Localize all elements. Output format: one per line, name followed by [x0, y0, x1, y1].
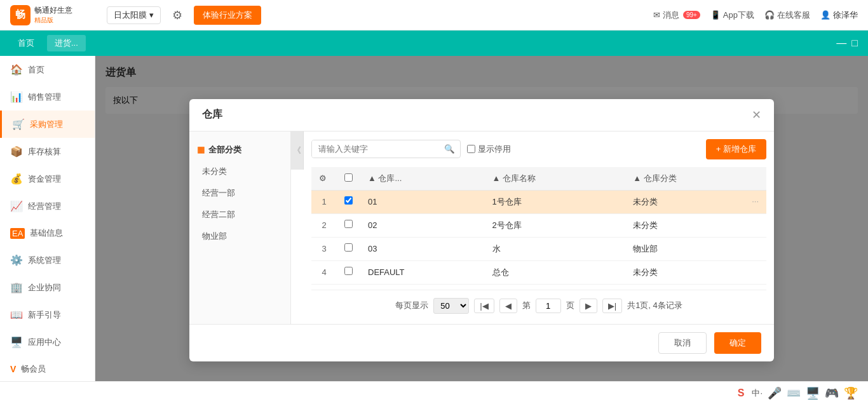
- table-row[interactable]: 2 02 2号仓库 未分类: [311, 213, 766, 237]
- dialog-category-sidebar: ▦ 全部分类 未分类 经营一部 经营二部 物业部: [189, 131, 291, 324]
- col-name: ▲ 仓库名称: [485, 167, 626, 191]
- tab-home[interactable]: 首页: [10, 35, 42, 51]
- settings-icon[interactable]: ⚙: [168, 6, 186, 24]
- monitor-icon[interactable]: 🖥️: [806, 386, 820, 400]
- online-service-button[interactable]: 🎧 在线客服: [764, 10, 810, 21]
- sidebar-item-guide[interactable]: 📖 新手引导: [0, 301, 95, 328]
- finance-icon: 💰: [10, 173, 23, 185]
- col-category: ▲ 仓库分类: [625, 167, 766, 191]
- first-page-button[interactable]: |◀: [474, 299, 494, 313]
- category-header[interactable]: ▦ 全部分类: [189, 139, 290, 161]
- app-download-button[interactable]: 📱 App下载: [710, 10, 754, 21]
- messages-badge: 99+: [683, 11, 700, 19]
- dialog-close-button[interactable]: ✕: [752, 108, 761, 122]
- sidebar-item-sales[interactable]: 📊 销售管理: [0, 83, 95, 111]
- table-row[interactable]: 4 DEFAULT 总仓 未分类: [311, 260, 766, 284]
- search-button[interactable]: 🔍: [439, 140, 460, 158]
- vip-icon: V: [10, 364, 16, 374]
- row-category: 未分类: [625, 213, 766, 237]
- col-settings: ⚙: [311, 167, 337, 191]
- cancel-button[interactable]: 取消: [658, 332, 707, 354]
- dialog-header: 仓库 ✕: [189, 99, 774, 131]
- sidebar-item-basicinfo[interactable]: EA 基础信息: [0, 220, 95, 246]
- row-code: DEFAULT: [360, 260, 485, 284]
- warehouse-dialog: 仓库 ✕ ▦ 全部分类 未分类 经营一部 经营二部 物业部: [189, 99, 774, 361]
- sub-header: 首页 进货... — □: [0, 30, 868, 56]
- store-selector[interactable]: 日太阳膜 ▾: [107, 6, 161, 24]
- row-category: 物业部: [625, 237, 766, 260]
- user-profile[interactable]: 👤 徐泽华: [820, 10, 858, 21]
- main-content: 进货单 按以下 仓库 ✕ ▦ 全部分类: [95, 56, 868, 404]
- confirm-button[interactable]: 确定: [714, 332, 761, 354]
- inventory-icon: 📦: [10, 145, 23, 158]
- select-all-checkbox[interactable]: [344, 173, 353, 182]
- sidebar-item-system[interactable]: ⚙️ 系统管理: [0, 246, 95, 274]
- new-warehouse-button[interactable]: + 新增仓库: [706, 139, 766, 159]
- sidebar-item-inventory[interactable]: 📦 库存核算: [0, 138, 95, 165]
- table-row[interactable]: 1 01 1号仓库 未分类···: [311, 190, 766, 213]
- trophy-icon[interactable]: 🏆: [844, 386, 858, 400]
- row-index: 2: [311, 213, 337, 237]
- minimize-icon[interactable]: —: [836, 37, 846, 49]
- last-page-button[interactable]: ▶|: [602, 299, 622, 313]
- controller-icon[interactable]: 🎮: [825, 386, 839, 400]
- row-checkbox[interactable]: [344, 243, 353, 252]
- purchase-icon: 🛒: [12, 118, 25, 130]
- messages-button[interactable]: ✉ 消息 99+: [653, 10, 700, 21]
- row-name: 总仓: [485, 260, 626, 284]
- sidebar-item-vip[interactable]: V 畅会员: [0, 356, 95, 382]
- keyboard-icon[interactable]: ⌨️: [787, 386, 801, 400]
- logo-icon: 畅: [10, 5, 31, 25]
- sidebar-item-appcenter[interactable]: 🖥️ 应用中心: [0, 328, 95, 356]
- row-checkbox-cell[interactable]: [337, 261, 360, 281]
- sidebar-item-enterprise[interactable]: 🏢 企业协同: [0, 274, 95, 301]
- row-checkbox-cell[interactable]: [337, 191, 360, 210]
- row-checkbox[interactable]: [344, 267, 353, 275]
- header-right: ✉ 消息 99+ 📱 App下载 🎧 在线客服 👤 徐泽华: [653, 10, 858, 21]
- row-checkbox[interactable]: [344, 220, 353, 228]
- tab-purchase[interactable]: 进货...: [47, 35, 86, 51]
- operations-icon: 📈: [10, 200, 23, 212]
- show-disabled-checkbox[interactable]: [467, 145, 475, 153]
- row-index: 4: [311, 260, 337, 284]
- dialog-footer: 取消 确定: [189, 324, 774, 361]
- next-page-button[interactable]: ▶: [580, 299, 597, 313]
- category-item-unclassified[interactable]: 未分类: [189, 161, 290, 182]
- search-input-wrap: 🔍: [311, 140, 461, 158]
- maximize-icon[interactable]: □: [851, 37, 858, 49]
- grid-icon: ▦: [197, 145, 205, 154]
- row-category: 未分类···: [625, 190, 766, 213]
- dialog-main-area: 🔍 显示停用 + 新增仓库: [304, 131, 774, 324]
- sidebar-collapse-button[interactable]: 《: [291, 131, 304, 170]
- category-item-ops2[interactable]: 经营二部: [189, 204, 290, 226]
- industry-solution-button[interactable]: 体验行业方案: [194, 6, 261, 25]
- category-item-property[interactable]: 物业部: [189, 226, 290, 247]
- row-checkbox[interactable]: [344, 196, 353, 205]
- category-item-ops1[interactable]: 经营一部: [189, 182, 290, 204]
- microphone-icon[interactable]: 🎤: [768, 386, 782, 400]
- top-header: 畅 畅通好生意 精品版 日太阳膜 ▾ ⚙ 体验行业方案 ✉ 消息 99+ 📱 A…: [0, 0, 868, 30]
- sidebar-item-finance[interactable]: 💰 资金管理: [0, 165, 95, 192]
- row-category: 未分类: [625, 260, 766, 284]
- per-page-select[interactable]: 50 10 20 100: [433, 298, 469, 314]
- row-more-actions[interactable]: ···: [752, 196, 759, 206]
- prev-page-button[interactable]: ◀: [499, 299, 517, 313]
- page-number-input[interactable]: [536, 299, 561, 313]
- show-disabled-checkbox-label[interactable]: 显示停用: [467, 144, 511, 155]
- headset-icon: 🎧: [764, 10, 775, 20]
- table-row[interactable]: 3 03 水 物业部: [311, 237, 766, 260]
- col-checkbox: [337, 167, 360, 191]
- row-checkbox-cell[interactable]: [337, 214, 360, 234]
- message-icon: ✉: [653, 10, 660, 20]
- basicinfo-icon: EA: [10, 228, 25, 239]
- sidebar-item-operations[interactable]: 📈 经营管理: [0, 192, 95, 220]
- col-code: ▲ 仓库...: [360, 167, 485, 191]
- search-input[interactable]: [312, 140, 439, 158]
- row-checkbox-cell[interactable]: [337, 238, 360, 257]
- system-icon: ⚙️: [10, 254, 23, 266]
- sidebar-item-purchase[interactable]: 🛒 采购管理: [0, 111, 95, 138]
- sidebar-item-home[interactable]: 🏠 首页: [0, 56, 95, 83]
- row-name: 水: [485, 237, 626, 260]
- bottom-bar: S 中· 🎤 ⌨️ 🖥️ 🎮 🏆: [0, 381, 868, 404]
- dialog-body: ▦ 全部分类 未分类 经营一部 经营二部 物业部 《: [189, 131, 774, 324]
